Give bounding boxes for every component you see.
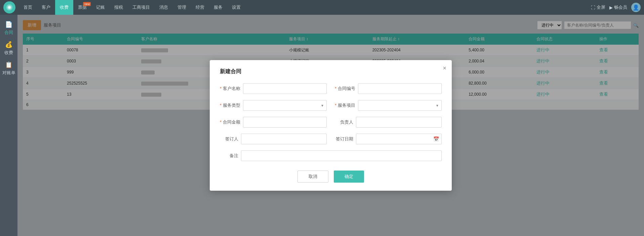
nav-billing[interactable]: 收费 (55, 0, 73, 15)
nav-operation[interactable]: 经营 (191, 0, 209, 15)
modal-form: 客户名称 合同编号 服务类型 (220, 83, 442, 161)
date-input-wrapper: 2023-06-06 📅 (356, 134, 442, 144)
app-logo (3, 1, 15, 13)
label-responsible: 负责人 (335, 119, 353, 125)
form-row-2: 服务类型 ▼ 服务项目 (220, 100, 442, 111)
sidebar-item-billing[interactable]: 💰 收费 (0, 38, 17, 58)
label-customer-name: 客户名称 (220, 86, 240, 92)
cancel-button[interactable]: 取消 (297, 171, 328, 183)
field-signer: 签订人 (220, 134, 327, 144)
input-responsible[interactable] (356, 117, 442, 128)
fullscreen-label: 全屏 (597, 4, 605, 10)
main-layout: 📄 合同 💰 收费 📋 对账单 新增 服务项目 进行中 已完成 已终止 (0, 15, 644, 236)
field-remark: 备注 (220, 150, 442, 161)
avatar-icon: 👤 (633, 4, 639, 11)
fullscreen-button[interactable]: ⛶ 全屏 (591, 4, 605, 10)
nav-manage[interactable]: 管理 (173, 0, 191, 15)
nav-settings[interactable]: 设置 (227, 0, 245, 15)
sidebar: 📄 合同 💰 收费 📋 对账单 (0, 15, 17, 236)
label-remark: 备注 (220, 153, 238, 159)
field-sign-date: 签订日期 2023-06-06 📅 (335, 134, 442, 144)
nav-business[interactable]: 工商项目 (128, 0, 155, 15)
nav-bookkeeping[interactable]: 记账 (91, 0, 110, 15)
contract-icon: 📄 (5, 21, 12, 28)
fullscreen-icon: ⛶ (591, 5, 595, 10)
nav-message[interactable]: 消息 (155, 0, 173, 15)
nav-service[interactable]: 服务 (209, 0, 227, 15)
sidebar-label-statement: 对账单 (2, 70, 15, 76)
service-item-wrapper: ▼ (358, 100, 442, 111)
service-type-wrapper: ▼ (243, 100, 327, 111)
label-service-item: 服务项目 (335, 102, 355, 108)
nav-invoice[interactable]: 票据 new (73, 0, 91, 15)
user-avatar[interactable]: 👤 (631, 3, 641, 12)
input-signer[interactable] (241, 134, 327, 144)
nav-items: 首页 客户 收费 票据 new 记账 报税 工商项目 消息 管理 经营 服务 设… (19, 0, 591, 15)
label-service-type: 服务类型 (220, 102, 240, 108)
field-contract-no: 合同编号 (335, 83, 442, 94)
select-service-type[interactable] (243, 100, 327, 111)
new-contract-modal: × 新建合同 客户名称 合同编号 (210, 60, 452, 191)
modal-footer: 取消 确定 (220, 171, 442, 183)
sidebar-label-billing: 收费 (4, 50, 13, 56)
calendar-icon[interactable]: 📅 (433, 136, 439, 142)
field-amount: 合同金额 0.00 (220, 117, 327, 128)
select-service-item[interactable] (358, 100, 442, 111)
field-responsible: 负责人 (335, 117, 442, 128)
nav-home[interactable]: 首页 (19, 0, 37, 15)
input-remark[interactable] (241, 150, 442, 161)
confirm-button[interactable]: 确定 (334, 171, 364, 183)
nav-tax[interactable]: 报税 (110, 0, 128, 15)
svg-point-0 (8, 6, 10, 8)
label-sign-date: 签订日期 (335, 136, 353, 142)
billing-icon: 💰 (5, 41, 12, 48)
sidebar-item-contract[interactable]: 📄 合同 (0, 18, 17, 38)
input-sign-date[interactable]: 2023-06-06 (356, 134, 442, 144)
modal-overlay: × 新建合同 客户名称 合同编号 (17, 15, 644, 236)
sidebar-label-contract: 合同 (4, 30, 13, 36)
input-customer-name[interactable] (243, 83, 327, 94)
form-row-3: 合同金额 0.00 负责人 (220, 117, 442, 128)
nav-customer[interactable]: 客户 (37, 0, 55, 15)
modal-title: 新建合同 (220, 68, 442, 75)
field-service-item: 服务项目 ▼ (335, 100, 442, 111)
new-badge: new (83, 2, 91, 6)
label-signer: 签订人 (220, 136, 238, 142)
vip-button[interactable]: ▶ 畅会员 (609, 4, 627, 10)
field-service-type: 服务类型 ▼ (220, 100, 327, 111)
modal-close-button[interactable]: × (443, 65, 446, 72)
form-row-5: 备注 (220, 150, 442, 161)
top-navigation: 首页 客户 收费 票据 new 记账 报税 工商项目 消息 管理 经营 服务 设… (0, 0, 644, 15)
form-row-1: 客户名称 合同编号 (220, 83, 442, 94)
input-amount[interactable]: 0.00 (243, 117, 327, 128)
nav-right: ⛶ 全屏 ▶ 畅会员 👤 (591, 3, 641, 12)
vip-icon: ▶ (609, 5, 613, 10)
statement-icon: 📋 (5, 61, 12, 68)
sidebar-item-statement[interactable]: 📋 对账单 (0, 58, 17, 79)
form-row-4: 签订人 签订日期 2023-06-06 📅 (220, 134, 442, 144)
input-contract-no[interactable] (358, 83, 442, 94)
label-amount: 合同金额 (220, 119, 240, 125)
content-area: 新增 服务项目 进行中 已完成 已终止 🔍 序号 合同编号 客户 (17, 15, 644, 236)
vip-label: 畅会员 (614, 4, 627, 10)
field-customer-name: 客户名称 (220, 83, 327, 94)
label-contract-no: 合同编号 (335, 86, 355, 92)
